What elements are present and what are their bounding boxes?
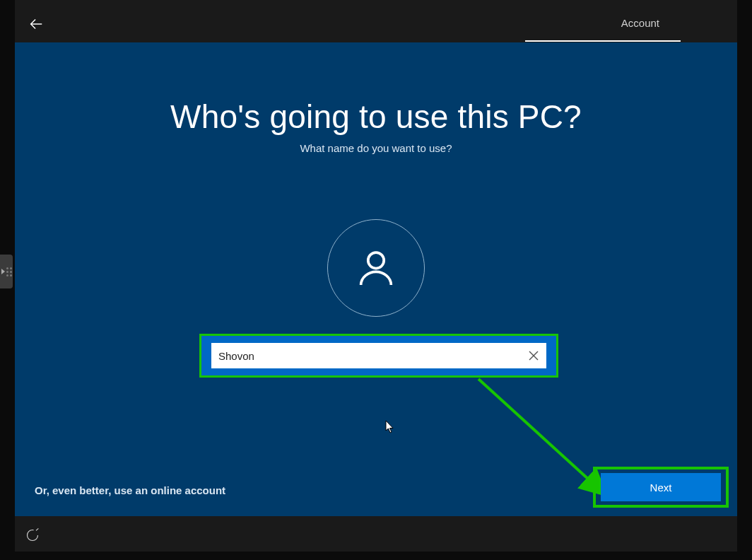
accessibility-icon xyxy=(25,528,40,542)
title-bar: Account xyxy=(15,0,737,42)
back-arrow-icon xyxy=(28,16,44,32)
svg-line-6 xyxy=(36,528,38,530)
page-subtitle: What name do you want to use? xyxy=(15,142,737,154)
next-highlight-box: Next xyxy=(593,467,729,508)
bottom-bar xyxy=(15,516,737,552)
setup-body: Who's going to use this PC? What name do… xyxy=(15,42,737,516)
username-input-wrap xyxy=(210,342,548,370)
mouse-cursor-icon xyxy=(385,420,395,434)
accessibility-button[interactable] xyxy=(23,526,42,544)
use-online-account-link[interactable]: Or, even better, use an online account xyxy=(35,484,225,496)
back-button[interactable] xyxy=(23,13,49,35)
clear-input-button[interactable] xyxy=(521,343,546,368)
drag-dots-icon xyxy=(6,267,12,276)
avatar-placeholder xyxy=(327,219,425,317)
page-title: Who's going to use this PC? xyxy=(15,98,737,136)
username-input[interactable] xyxy=(211,343,521,368)
user-icon xyxy=(353,245,399,291)
svg-line-4 xyxy=(478,379,606,495)
side-handle[interactable] xyxy=(0,255,13,288)
next-button[interactable]: Next xyxy=(601,473,721,501)
window-frame: Account Who's going to use this PC? What… xyxy=(0,0,752,560)
tab-underline xyxy=(525,40,681,42)
tab-account[interactable]: Account xyxy=(621,17,659,29)
svg-point-1 xyxy=(368,252,384,268)
close-icon xyxy=(529,351,539,361)
chevron-right-icon xyxy=(1,269,5,274)
svg-point-5 xyxy=(28,530,38,541)
username-highlight-box xyxy=(199,334,558,378)
